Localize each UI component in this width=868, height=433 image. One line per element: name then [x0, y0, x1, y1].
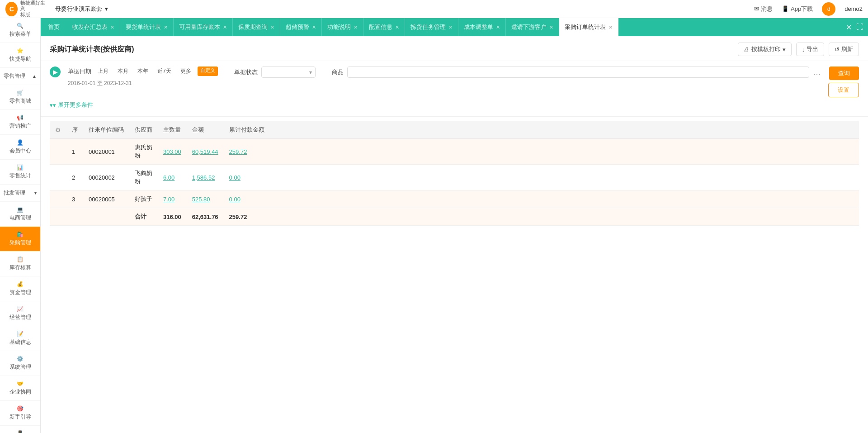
tab-home[interactable]: 首页 — [41, 18, 67, 36]
tab-collect-pay[interactable]: 收发存汇总表 ✕ — [67, 18, 120, 36]
th-extra — [270, 121, 859, 139]
message-btn[interactable]: ✉ 消息 — [754, 5, 773, 13]
tab-cost-adjust-close-icon[interactable]: ✕ — [496, 24, 500, 30]
gear-icon[interactable]: ⚙ — [55, 126, 61, 133]
th-settings[interactable]: ⚙ — [50, 121, 66, 139]
tab-expiry-query-close-icon[interactable]: ✕ — [270, 24, 274, 30]
goods-more-icon[interactable]: … — [813, 67, 821, 77]
tab-overstock-warning-close-icon[interactable]: ✕ — [312, 24, 316, 30]
cell-qty-1[interactable]: 6.00 — [158, 165, 187, 190]
app-center-icon: 📱 — [17, 430, 24, 433]
cell-amount-1[interactable]: 1,586.52 — [187, 165, 224, 190]
goods-input[interactable] — [347, 67, 809, 78]
table-row[interactable]: 2 00020002 飞鹤奶粉 6.00 1,586.52 0.00 — [50, 165, 859, 190]
sidebar-item-operations[interactable]: 📈 经营管理 — [0, 301, 40, 326]
wholesale-arrow-icon: ▾ — [34, 190, 37, 195]
table-row[interactable]: 1 00020001 惠氏奶粉 303.00 60,519.44 259.72 — [50, 139, 859, 165]
tab-pickup-task-close-icon[interactable]: ✕ — [448, 24, 453, 30]
shortcut-last-month[interactable]: 上月 — [95, 67, 111, 76]
cell-paid-0[interactable]: 259.72 — [224, 139, 270, 165]
print-label: 按模板打印 — [751, 45, 781, 53]
tab-config-info-close-icon[interactable]: ✕ — [395, 24, 399, 30]
sidebar-item-new-guide[interactable]: 🎯 新手引导 — [0, 401, 40, 426]
page-actions: 🖨 按模板打印 ▾ ↓ 导出 ↺ 刷新 — [738, 43, 859, 56]
sidebar-item-member[interactable]: 👤 会员中心 — [0, 135, 40, 160]
cell-supplier-0: 惠氏奶粉 — [129, 139, 158, 165]
date-separator: 至 — [97, 80, 104, 86]
tab-pickup-task[interactable]: 拣货任务管理 ✕ — [405, 18, 458, 36]
cell-amount-0[interactable]: 60,519.44 — [187, 139, 224, 165]
export-button[interactable]: ↓ 导出 — [796, 43, 825, 56]
cell-paid-1[interactable]: 0.00 — [224, 165, 270, 190]
sidebar-item-ecommerce[interactable]: 💻 电商管理 — [0, 202, 40, 227]
date-from: 2016-01-01 — [68, 80, 95, 86]
sidebar-item-retail-shop[interactable]: 🛒 零售商城 — [0, 85, 40, 110]
tab-fullscreen-icon[interactable]: ⛶ — [856, 23, 863, 31]
tab-demand-stats[interactable]: 要货单统计表 ✕ — [120, 18, 174, 36]
tab-cost-adjust[interactable]: 成本调整单 ✕ — [458, 18, 506, 36]
tab-available-stock-close-icon[interactable]: ✕ — [223, 24, 227, 30]
cell-qty-2[interactable]: 7.00 — [158, 190, 187, 208]
tab-demand-stats-close-icon[interactable]: ✕ — [164, 24, 168, 30]
shortcut-this-month[interactable]: 本月 — [115, 67, 131, 76]
new-guide-icon: 🎯 — [17, 405, 24, 412]
user-avatar[interactable]: d — [822, 2, 835, 16]
shortcut-this-year[interactable]: 本年 — [135, 67, 151, 76]
sidebar-retail-stats-label: 零售统计 — [9, 172, 31, 180]
user-name[interactable]: demo2 — [844, 5, 863, 12]
tab-close-all-icon[interactable]: ✕ — [846, 23, 852, 32]
sidebar-item-basic-info[interactable]: 📝 基础信息 — [0, 326, 40, 351]
tab-collect-pay-close-icon[interactable]: ✕ — [110, 24, 114, 30]
purchase-icon: 🛍️ — [17, 231, 24, 238]
print-button[interactable]: 🖨 按模板打印 ▾ — [738, 43, 792, 56]
tab-purchase-stats-close-icon[interactable]: ✕ — [609, 24, 613, 30]
tab-expiry-query-label: 保质期查询 — [238, 23, 268, 31]
sidebar-item-enterprise[interactable]: 🤝 企业协同 — [0, 376, 40, 401]
action-buttons: 查询 设置 — [828, 67, 859, 97]
cell-amount-2[interactable]: 525.80 — [187, 190, 224, 208]
custom-date-tag[interactable]: 自定义 — [198, 67, 218, 76]
shortcut-more[interactable]: 更多 — [178, 67, 194, 76]
tab-purchase-stats-label: 采购订单统计表 — [565, 23, 606, 31]
expand-more-btn[interactable]: ▾▾ 展开更多条件 — [50, 99, 859, 111]
goods-filter-label: 商品 — [332, 68, 344, 76]
tab-purchase-stats[interactable]: 采购订单统计表 ✕ — [559, 18, 618, 36]
settings-button[interactable]: 设置 — [828, 83, 859, 97]
tab-function-desc[interactable]: 功能说明 ✕ — [322, 18, 363, 36]
sidebar-basic-info-label: 基础信息 — [9, 338, 31, 346]
tab-expiry-query[interactable]: 保质期查询 ✕ — [233, 18, 280, 36]
user-avatar-char: d — [827, 6, 830, 12]
cell-paid-2[interactable]: 0.00 — [224, 190, 270, 208]
basic-info-icon: 📝 — [17, 331, 24, 337]
sidebar-item-search[interactable]: 🔍 搜索菜单 — [0, 18, 40, 43]
query-button[interactable]: 查询 — [829, 67, 859, 80]
sidebar-item-app-center[interactable]: 📱 应用中心 — [0, 426, 40, 433]
sidebar-ecommerce-label: 电商管理 — [9, 214, 31, 222]
sidebar-item-wholesale[interactable]: 批发管理 ▾ — [0, 185, 40, 202]
sidebar-item-quick-nav[interactable]: ⭐ 快捷导航 — [0, 43, 40, 68]
sidebar-item-retail-stats[interactable]: 📊 零售统计 — [0, 160, 40, 185]
cell-qty-0[interactable]: 303.00 — [158, 139, 187, 165]
sidebar-item-retail-mgmt[interactable]: 零售管理 ▲ — [0, 68, 40, 85]
sidebar-item-purchase[interactable]: 🛍️ 采购管理 — [0, 227, 40, 252]
status-select[interactable] — [261, 67, 316, 78]
org-selector[interactable]: 母婴行业演示账套 ▾ — [55, 5, 108, 13]
sidebar-item-sys-mgmt[interactable]: ⚙️ 系统管理 — [0, 351, 40, 376]
table-row[interactable]: 3 00020005 好孩子 7.00 525.80 0.00 — [50, 190, 859, 208]
tab-available-stock[interactable]: 可用量库存账本 ✕ — [174, 18, 233, 36]
tab-invite-downstream-close-icon[interactable]: ✕ — [549, 24, 553, 30]
tab-overstock-warning[interactable]: 超储预警 ✕ — [280, 18, 322, 36]
refresh-button[interactable]: ↺ 刷新 — [829, 43, 859, 56]
sidebar-retail-shop-label: 零售商城 — [9, 97, 31, 105]
sidebar-item-finance[interactable]: 💰 资金管理 — [0, 276, 40, 301]
tab-function-desc-close-icon[interactable]: ✕ — [354, 24, 358, 30]
export-label: 导出 — [807, 45, 818, 53]
tab-config-info[interactable]: 配置信息 ✕ — [363, 18, 405, 36]
sidebar-item-marketing[interactable]: 📢 营销推广 — [0, 110, 40, 135]
sidebar-item-inventory[interactable]: 📋 库存核算 — [0, 252, 40, 276]
date-filter-row: 单据日期 上月 本月 本年 近7天 更多 自定义 — [68, 67, 218, 76]
filter-toggle-btn[interactable]: ▶ — [50, 67, 61, 77]
shortcut-7days[interactable]: 近7天 — [155, 67, 174, 76]
app-download-btn[interactable]: 📱 App下载 — [782, 5, 813, 13]
tab-invite-downstream[interactable]: 邀请下游客户 ✕ — [506, 18, 559, 36]
